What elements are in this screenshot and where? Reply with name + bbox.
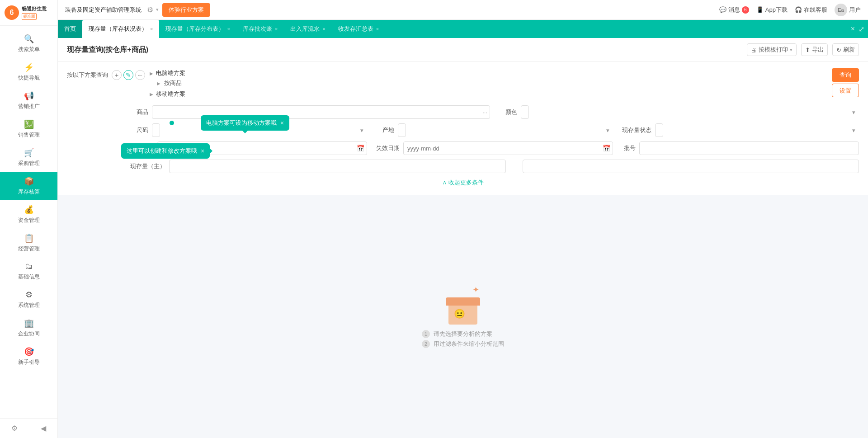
sidebar-item-system[interactable]: ⚙ 系统管理 [0, 285, 57, 314]
scheme-tree: ▶ 电脑端方案 ▶ 按商品 ▶ 移动端方案 [150, 68, 185, 101]
tab-label: 库存批次账 [243, 25, 272, 33]
size-label: 尺码 [130, 126, 148, 134]
sidebar-item-search-menu[interactable]: 🔍 搜索菜单 [0, 29, 57, 58]
tab-close-icon[interactable]: × [322, 26, 325, 32]
batch-input[interactable] [639, 141, 859, 155]
range-dash: — [509, 163, 519, 170]
sidebar-collapse-btn[interactable]: ◀ [41, 424, 46, 433]
tab-close-all-btn[interactable]: × [851, 25, 855, 33]
tab-batch-ledger[interactable]: 库存批次账 × [236, 20, 284, 38]
sidebar-item-label: 采购管理 [18, 160, 40, 167]
inv-status-select[interactable] [655, 123, 663, 137]
experience-btn[interactable]: 体验行业方案 [162, 3, 210, 17]
sidebar-logo: 6 畅通好生意 标准版 [0, 0, 57, 26]
filter-area: 按以下方案查询 + ✎ ← ▶ 电脑端方案 ▶ [58, 62, 868, 195]
sidebar-item-sales[interactable]: 💹 销售管理 [0, 115, 57, 143]
print-dropdown-icon: ▾ [790, 47, 793, 53]
sidebar-bottom: ⚙ ◀ [0, 418, 57, 438]
reset-btn[interactable]: 设置 [832, 84, 859, 97]
tab-close-icon[interactable]: × [150, 26, 153, 32]
filter-row-inventory-main: 现存量（主） — [130, 160, 859, 173]
child-arrow-icon: ▶ [157, 81, 160, 86]
scheme-tooltip-2: 这里可以创建和修改方案哦 × [121, 143, 210, 159]
chevron-up-icon: ∧ [442, 179, 447, 186]
search-buttons: 查询 设置 [832, 68, 859, 97]
scheme-child-item[interactable]: ▶ 按商品 [157, 79, 185, 87]
tab-close-icon[interactable]: × [376, 26, 379, 32]
export-btn[interactable]: ⬆ 导出 [801, 43, 828, 56]
sidebar-item-enterprise[interactable]: 🏢 企业协同 [0, 314, 57, 342]
color-select[interactable] [521, 105, 529, 119]
online-support-btn[interactable]: 🎧 在线客服 [795, 6, 827, 14]
tab-expand-btn[interactable]: ⤢ [859, 25, 864, 33]
print-btn[interactable]: 🖨 按模板打印 ▾ [747, 43, 797, 56]
app-download-btn[interactable]: 📱 App下载 [756, 6, 788, 14]
tab-close-icon[interactable]: × [227, 26, 230, 32]
search-menu-icon: 🔍 [24, 34, 34, 44]
tab-recv-summary[interactable]: 收发存汇总表 × [332, 20, 385, 38]
collapse-text: 收起更多条件 [448, 179, 484, 186]
page-header: 现存量查询(按仓库+商品) 🖨 按模板打印 ▾ ⬆ 导出 ↻ 刷新 [58, 38, 868, 62]
message-btn[interactable]: 💬 消息 6 [719, 6, 749, 14]
filter-scheme-label: 按以下方案查询 [67, 68, 108, 79]
tooltip-text-1: 电脑方案可设为移动方案哦 [206, 119, 277, 127]
basic-info-icon: 🗂 [25, 262, 33, 271]
tab-inout-flow[interactable]: 出入库流水 × [284, 20, 331, 38]
sidebar-item-label: 企业协同 [18, 330, 40, 338]
sidebar-item-operation[interactable]: 📋 经营管理 [0, 229, 57, 257]
sidebar-item-label: 库存核算 [18, 188, 40, 196]
enterprise-icon: 🏢 [24, 318, 34, 328]
user-menu-btn[interactable]: Ea 用户 [835, 4, 861, 16]
tab-inventory-status[interactable]: 现存量（库存状况表） × [82, 20, 159, 38]
sidebar-item-quick-nav[interactable]: ⚡ 快捷导航 [0, 58, 57, 86]
goods-more-icon[interactable]: ··· [482, 109, 487, 116]
tab-label: 现存量（库存状况表） [89, 25, 147, 33]
size-select[interactable] [152, 123, 160, 137]
add-scheme-btn[interactable]: + [112, 70, 122, 80]
quick-nav-icon: ⚡ [24, 62, 34, 72]
guide-icon: 🎯 [24, 347, 34, 357]
scheme-desktop-label: 电脑端方案 [156, 69, 185, 77]
refresh-icon: ↻ [836, 47, 841, 53]
topbar-settings-btn[interactable]: ⚙ [145, 4, 155, 16]
tooltip-close-2[interactable]: × [201, 147, 204, 155]
tooltip-close-1[interactable]: × [280, 119, 284, 127]
phone-icon: 📱 [756, 6, 764, 13]
edit-scheme-btn[interactable]: ✎ [123, 70, 133, 80]
sidebar-settings-btn[interactable]: ⚙ [11, 424, 18, 433]
sidebar-item-basic-info[interactable]: 🗂 基础信息 [0, 257, 57, 285]
tab-home[interactable]: 首页 [58, 20, 82, 38]
page-header-actions: 🖨 按模板打印 ▾ ⬆ 导出 ↻ 刷新 [747, 43, 859, 56]
tab-inventory-dist[interactable]: 现存量（库存分布表） × [159, 20, 236, 38]
exp-date-input[interactable] [403, 141, 613, 155]
sidebar-item-marketing[interactable]: 📢 营销推广 [0, 86, 57, 115]
collapse-bar[interactable]: ∧ 收起更多条件 [67, 175, 859, 190]
scheme-mobile-header[interactable]: ▶ 移动端方案 [150, 89, 185, 99]
empty-hint-1: 1 请先选择要分析的方案 [422, 330, 504, 338]
notification-badge: 6 [742, 6, 749, 14]
inv-main-max-input[interactable] [523, 160, 859, 173]
refresh-btn[interactable]: ↻ 刷新 [832, 43, 859, 56]
search-btn[interactable]: 查询 [832, 68, 859, 82]
back-scheme-btn[interactable]: ← [135, 70, 145, 80]
scheme-group-mobile: ▶ 移动端方案 [150, 89, 185, 99]
filter-row-dates-batch: 生产日期 📅 失效日期 📅 批号 [130, 141, 859, 155]
system-icon: ⚙ [25, 290, 33, 300]
tab-label: 现存量（库存分布表） [165, 25, 224, 33]
sidebar-item-finance[interactable]: 💰 资金管理 [0, 200, 57, 229]
tabbar-end: × ⤢ [851, 25, 868, 33]
message-icon: 💬 [719, 6, 726, 13]
sidebar-item-purchase[interactable]: 🛒 采购管理 [0, 143, 57, 172]
empty-state: 😐 ✦ 1 请先选择要分析的方案 2 用过滤条件来缩小分析范围 [58, 195, 868, 438]
origin-label: 产地 [376, 126, 394, 134]
inv-main-min-input[interactable] [169, 160, 506, 173]
sidebar-item-guide[interactable]: 🎯 新手引导 [0, 342, 57, 371]
scheme-desktop-header[interactable]: ▶ 电脑端方案 [150, 68, 185, 78]
sidebar-item-inventory[interactable]: 📦 库存核算 [0, 172, 57, 200]
tab-close-icon[interactable]: × [275, 26, 278, 32]
sidebar-item-label: 系统管理 [18, 301, 40, 309]
scheme-tooltip-1: 电脑方案可设为移动方案哦 × [201, 115, 289, 131]
headset-icon: 🎧 [795, 6, 802, 13]
origin-select[interactable] [398, 123, 406, 137]
inv-main-label: 现存量（主） [130, 162, 165, 170]
